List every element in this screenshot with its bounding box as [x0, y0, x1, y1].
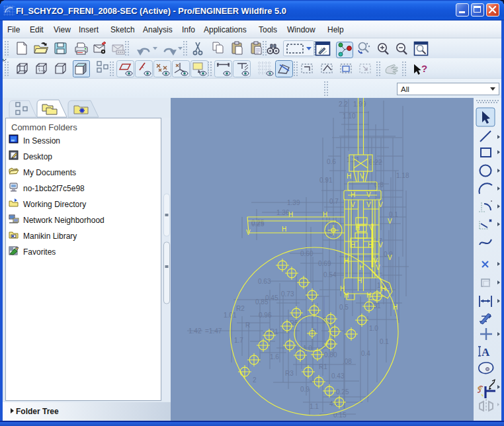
svg-text:R3: R3 — [285, 370, 294, 377]
svg-text:1.39: 1.39 — [287, 199, 300, 206]
svg-text:0.69: 0.69 — [318, 260, 331, 267]
svg-text:R: R — [245, 321, 250, 329]
svg-text:H: H — [359, 264, 364, 271]
svg-text:0.91: 0.91 — [319, 177, 333, 184]
svg-text:V: V — [351, 201, 355, 208]
svg-text:0.80: 0.80 — [324, 351, 337, 359]
svg-text:H: H — [366, 292, 371, 299]
svg-text:0.9: 0.9 — [300, 386, 310, 393]
svg-text:H: H — [282, 226, 286, 233]
svg-text:H: H — [344, 292, 349, 299]
svg-text:1.7: 1.7 — [234, 337, 243, 344]
svg-text:V: V — [366, 201, 371, 208]
svg-text:0.25: 0.25 — [251, 220, 265, 228]
svg-text:1.99: 1.99 — [353, 101, 366, 108]
svg-text:=1.47: =1.47 — [205, 327, 222, 335]
svg-text:1.01: 1.01 — [224, 312, 237, 319]
svg-text:.2: .2 — [311, 328, 317, 335]
svg-text:0.4: 0.4 — [361, 350, 370, 357]
svg-text:0.43: 0.43 — [331, 372, 345, 380]
svg-text:2.2: 2.2 — [339, 101, 348, 108]
svg-text:0.96: 0.96 — [259, 312, 272, 319]
svg-text:1.0: 1.0 — [369, 325, 378, 332]
svg-text:1.36: 1.36 — [276, 209, 290, 216]
svg-text:1.6: 1.6 — [270, 353, 279, 361]
svg-text:1.31: 1.31 — [347, 156, 360, 163]
svg-text:?: ? — [421, 63, 427, 74]
svg-text:0.1: 0.1 — [380, 338, 389, 345]
svg-text:0.54: 0.54 — [323, 271, 337, 278]
svg-text:1.42: 1.42 — [189, 327, 202, 335]
svg-text:0.25: 0.25 — [336, 388, 349, 396]
svg-text:1.18: 1.18 — [396, 172, 409, 179]
svg-text:V: V — [369, 224, 374, 232]
svg-text:A: A — [482, 346, 490, 359]
svg-text:H: H — [357, 277, 362, 284]
svg-text:1.10: 1.10 — [343, 112, 356, 120]
svg-text:V: V — [378, 201, 383, 208]
svg-text:V: V — [378, 241, 383, 249]
svg-text:H: H — [344, 257, 349, 265]
svg-text:V: V — [388, 254, 392, 261]
svg-text:V: V — [366, 191, 371, 198]
svg-text:V: V — [360, 173, 364, 180]
svg-text:0.5: 0.5 — [339, 304, 349, 311]
svg-text:0.85: 0.85 — [255, 298, 269, 306]
svg-text:1.1: 1.1 — [310, 403, 319, 410]
svg-text:V: V — [376, 264, 380, 271]
svg-text:R1: R1 — [319, 363, 327, 370]
svg-text:0.7: 0.7 — [329, 198, 339, 205]
svg-text:H: H — [347, 173, 351, 180]
svg-text:R2: R2 — [236, 305, 245, 312]
svg-text:2: 2 — [253, 376, 257, 384]
svg-text:V: V — [373, 257, 378, 265]
svg-text:H: H — [393, 304, 398, 311]
svg-text:0.63: 0.63 — [258, 278, 271, 285]
svg-text:0.73: 0.73 — [281, 290, 294, 298]
svg-text:0.22: 0.22 — [369, 159, 382, 166]
svg-text:R1: R1 — [270, 328, 278, 335]
svg-text:.08: .08 — [343, 358, 352, 365]
svg-text:V: V — [388, 218, 392, 225]
svg-text:H: H — [351, 191, 355, 198]
svg-text:H: H — [351, 241, 355, 249]
svg-text:H: H — [323, 211, 327, 218]
svg-text:V: V — [246, 229, 251, 236]
svg-text:H: H — [381, 285, 386, 292]
svg-text:0.8: 0.8 — [374, 181, 384, 189]
svg-text:H: H — [355, 224, 360, 232]
svg-text:H: H — [368, 241, 372, 249]
svg-text:0.60: 0.60 — [300, 250, 314, 257]
svg-text:0.6: 0.6 — [327, 158, 336, 165]
svg-text:H: H — [288, 211, 293, 218]
